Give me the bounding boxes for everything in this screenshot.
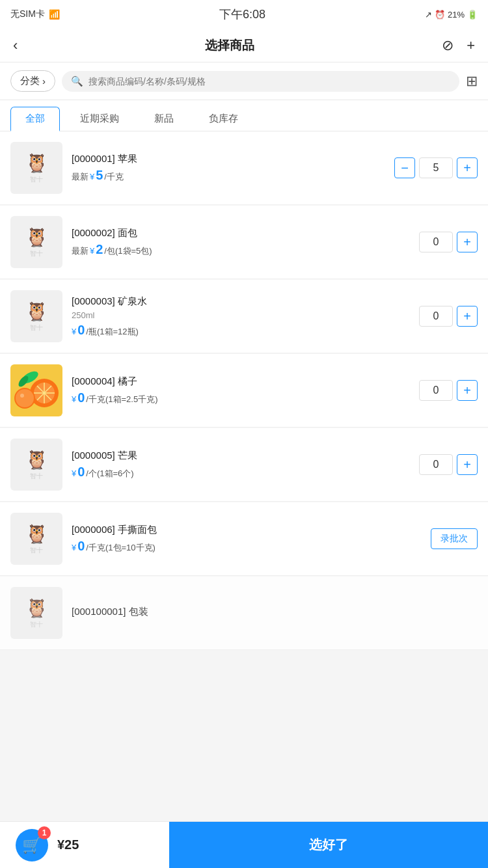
price-currency: ¥ [72, 394, 76, 404]
filter-bar: 分类 › 🔍 ⊞ [0, 62, 488, 100]
product-list: 🦉 智十 [0000001] 苹果 最新 ¥ 5 /千克 − + 🦉 智十 [0, 131, 488, 703]
quantity-input[interactable] [419, 454, 453, 475]
price-unit: /个(1箱=6个) [86, 468, 133, 480]
search-input[interactable] [88, 76, 450, 87]
status-carrier: 无SIM卡 📶 [10, 8, 60, 20]
quantity-control: − + [394, 157, 478, 178]
filter-button[interactable]: ⊘ [442, 37, 454, 54]
price-currency: ¥ [90, 172, 94, 182]
price-value: 0 [77, 539, 85, 554]
product-item: 🦉 智十 [000100001] 包装 [0, 576, 488, 650]
product-thumbnail: 🦉 智十 [10, 216, 62, 268]
product-item: 🦉 智十 [0000003] 矿泉水 250ml ¥ 0 /瓶(1箱=12瓶) … [0, 280, 488, 353]
placeholder-icon: 🦉 [25, 523, 48, 545]
quantity-control: + [419, 380, 478, 401]
quantity-decrease-button[interactable]: − [394, 157, 415, 178]
brand-label: 智十 [30, 175, 43, 184]
placeholder-icon: 🦉 [25, 597, 48, 619]
price-label: 最新 [72, 245, 88, 257]
product-price: ¥ 0 /千克(1包=10千克) [72, 539, 422, 554]
product-name: [0000006] 手撕面包 [72, 524, 422, 536]
product-thumbnail: 🦉 智十 [10, 142, 62, 194]
product-price: 最新 ¥ 5 /千克 [72, 168, 385, 183]
quantity-increase-button[interactable]: + [457, 454, 478, 475]
battery-icon: 🔋 [467, 10, 478, 20]
batch-record-button[interactable]: 录批次 [431, 528, 478, 549]
product-info: [000100001] 包装 [72, 606, 478, 621]
category-button[interactable]: 分类 › [10, 70, 55, 92]
add-button[interactable]: + [467, 37, 475, 54]
price-value: 5 [96, 168, 103, 183]
confirm-button[interactable]: 选好了 [169, 822, 488, 869]
nav-right-actions: ⊘ + [442, 37, 475, 54]
bottom-bar: 🛒 1 ¥25 选好了 [0, 821, 488, 868]
quantity-input[interactable] [419, 306, 453, 327]
quantity-increase-button[interactable]: + [457, 232, 478, 252]
product-info: [0000003] 矿泉水 250ml ¥ 0 /瓶(1箱=12瓶) [72, 295, 410, 338]
product-thumbnail: 🦉 智十 [10, 290, 62, 342]
price-label: 最新 [72, 171, 88, 183]
product-item: 🦉 智十 [0000006] 手撕面包 ¥ 0 /千克(1包=10千克) 录批次 [0, 502, 488, 576]
product-price: ¥ 0 /瓶(1箱=12瓶) [72, 323, 410, 338]
brand-label: 智十 [30, 472, 43, 481]
price-currency: ¥ [72, 327, 76, 336]
quantity-input[interactable] [419, 157, 453, 178]
product-info: [0000002] 面包 最新 ¥ 2 /包(1袋=5包) [72, 227, 410, 257]
svg-point-10 [20, 394, 24, 398]
alarm-icon: ⏰ [435, 10, 445, 20]
product-price: ¥ 0 /千克(1箱=2.5千克) [72, 390, 410, 405]
brand-label: 智十 [30, 323, 43, 332]
cart-icon-button[interactable]: 🛒 1 [16, 829, 48, 861]
cart-total: ¥25 [57, 837, 79, 852]
carrier-text: 无SIM卡 [10, 8, 45, 20]
product-price: ¥ 0 /个(1箱=6个) [72, 465, 410, 480]
status-right: ↗ ⏰ 21% 🔋 [425, 10, 478, 20]
back-button[interactable]: ‹ [13, 37, 18, 54]
location-icon: ↗ [425, 10, 432, 20]
product-thumbnail: 🦉 智十 [10, 513, 62, 565]
price-value: 0 [77, 323, 85, 338]
product-spec: 250ml [72, 310, 410, 320]
product-name: [000100001] 包装 [72, 606, 478, 618]
wifi-icon: 📶 [49, 9, 60, 20]
price-currency: ¥ [90, 246, 94, 256]
tab-new[interactable]: 新品 [139, 107, 189, 131]
price-value: 0 [77, 465, 85, 480]
scan-button[interactable]: ⊞ [466, 73, 478, 90]
battery-text: 21% [448, 10, 465, 20]
product-info: [0000004] 橘子 ¥ 0 /千克(1箱=2.5千克) [72, 375, 410, 405]
orange-image [10, 364, 62, 416]
product-thumbnail: 🦉 智十 [10, 439, 62, 491]
product-item: 🦉 智十 [0000001] 苹果 最新 ¥ 5 /千克 − + [0, 131, 488, 205]
product-name: [0000004] 橘子 [72, 375, 410, 388]
product-item: [0000004] 橘子 ¥ 0 /千克(1箱=2.5千克) + [0, 354, 488, 427]
tab-negative[interactable]: 负库存 [194, 107, 253, 131]
tab-all[interactable]: 全部 [10, 107, 60, 131]
quantity-increase-button[interactable]: + [457, 380, 478, 401]
product-name: [0000001] 苹果 [72, 153, 385, 165]
placeholder-icon: 🦉 [25, 226, 48, 248]
category-chevron: › [42, 75, 46, 87]
price-unit: /瓶(1箱=12瓶) [86, 326, 139, 338]
quantity-input[interactable] [419, 232, 453, 252]
price-unit: /包(1袋=5包) [104, 245, 152, 257]
product-thumbnail: 🦉 智十 [10, 587, 62, 639]
brand-label: 智十 [30, 620, 43, 629]
product-info: [0000005] 芒果 ¥ 0 /个(1箱=6个) [72, 450, 410, 480]
search-box: 🔍 [62, 71, 459, 92]
quantity-control: + [419, 454, 478, 475]
quantity-input[interactable] [419, 380, 453, 401]
status-time: 下午6:08 [219, 7, 265, 22]
quantity-control: 录批次 [431, 528, 478, 549]
quantity-control: + [419, 232, 478, 252]
quantity-increase-button[interactable]: + [457, 306, 478, 327]
product-item: 🦉 智十 [0000002] 面包 最新 ¥ 2 /包(1袋=5包) + [0, 206, 488, 279]
product-price: 最新 ¥ 2 /包(1袋=5包) [72, 242, 410, 257]
category-label: 分类 [20, 75, 40, 87]
price-unit: /千克(1包=10千克) [86, 542, 156, 554]
brand-label: 智十 [30, 546, 43, 555]
tab-recent[interactable]: 近期采购 [65, 107, 134, 131]
placeholder-icon: 🦉 [25, 301, 48, 322]
quantity-control: + [419, 306, 478, 327]
quantity-increase-button[interactable]: + [457, 157, 478, 178]
